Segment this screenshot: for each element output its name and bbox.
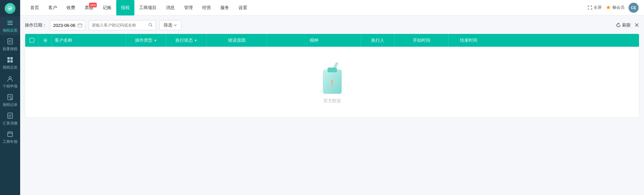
topnav-right: 全屏 畅会员 CE — [588, 3, 639, 13]
table-header: 客户名称 操作类型 ▼ 执行状态 ▼ 错误原因 税种 — [25, 34, 639, 47]
svg-point-8 — [9, 76, 11, 79]
search-icon — [148, 23, 153, 27]
empty-text: 暂无数据 — [324, 98, 341, 104]
svg-rect-19 — [328, 68, 337, 72]
column-settings-icon — [43, 38, 48, 43]
settings-icon — [7, 20, 13, 27]
sidebar-item-label: 批量报税 — [3, 47, 17, 51]
nav-item-piaoju[interactable]: 票据 new — [80, 0, 98, 15]
th-exec-status: 执行状态 ▼ — [166, 34, 207, 47]
search-button[interactable] — [145, 23, 156, 28]
nav-item-xiaoxi[interactable]: 消息 — [161, 0, 179, 15]
svg-rect-11 — [8, 113, 12, 118]
member-button[interactable]: 畅会员 — [606, 5, 625, 10]
svg-rect-7 — [10, 60, 13, 63]
search-box — [89, 20, 156, 30]
sidebar-item-label: 汇算清缴 — [3, 121, 17, 125]
sidebar-item-baoshui-zonglaan[interactable]: 报税总览 — [0, 54, 20, 72]
close-button[interactable]: ✕ — [634, 22, 639, 29]
svg-point-10 — [10, 98, 12, 100]
logo-icon — [5, 3, 15, 14]
svg-rect-6 — [7, 60, 10, 63]
svg-rect-12 — [8, 132, 12, 136]
fullscreen-icon — [588, 5, 592, 10]
annual-report-icon — [7, 131, 13, 139]
th-customer-name: 客户名称 — [52, 34, 126, 47]
empty-illustration: ! — [315, 60, 349, 94]
overview-icon — [7, 56, 13, 64]
records-icon — [7, 94, 13, 102]
toolbar-right: 刷新 ✕ — [616, 22, 639, 29]
th-settings[interactable] — [39, 34, 52, 47]
sidebar-item-label: 报税总览 — [3, 65, 17, 70]
personal-tax-icon — [7, 75, 13, 83]
sidebar-item-label: 工商年报 — [3, 140, 17, 144]
user-avatar[interactable]: CE — [629, 3, 639, 13]
sidebar-item-geshuishenben[interactable]: 个税申报 — [0, 73, 20, 91]
svg-point-15 — [45, 40, 46, 41]
sidebar-item-huisuan-jiaoshu[interactable]: 汇算清缴 — [0, 110, 20, 128]
filter-button[interactable]: 筛选 — [159, 20, 181, 30]
svg-rect-2 — [7, 24, 13, 25]
search-input[interactable] — [89, 22, 145, 29]
toolbar: 操作日期： 2023-06-06 — [25, 20, 639, 30]
th-end-time: 结束时间 — [448, 34, 489, 47]
svg-rect-13 — [78, 24, 82, 27]
empty-state: ! 暂无数据 — [25, 47, 639, 117]
refresh-icon — [616, 23, 621, 28]
sidebar-item-label: 报税记录 — [3, 103, 17, 107]
data-table: 客户名称 操作类型 ▼ 执行状态 ▼ 错误原因 税种 — [25, 34, 639, 118]
sidebar-item-piliang-baoshui[interactable]: 批量报税 — [0, 35, 20, 54]
nav-item-fuwu[interactable]: 服务 — [216, 0, 234, 15]
chevron-down-icon — [174, 24, 177, 27]
top-navigation: 首页 客户 收费 票据 new 记账 报税 工商项目 消息 — [20, 0, 644, 15]
svg-rect-0 — [7, 21, 13, 22]
nav-item-gongshang[interactable]: 工商项目 — [134, 0, 161, 15]
member-icon — [606, 5, 611, 10]
select-all-checkbox[interactable] — [30, 38, 34, 43]
nav-item-baoshui[interactable]: 报税 — [116, 0, 134, 15]
batch-tax-icon — [7, 38, 13, 46]
nav-item-jizhang[interactable]: 记账 — [98, 0, 116, 15]
th-checkbox[interactable] — [25, 34, 39, 47]
content-area: 操作日期： 2023-06-06 — [20, 15, 644, 195]
page-content: 操作日期： 2023-06-06 — [20, 15, 644, 195]
settlement-icon — [7, 112, 13, 120]
th-error-reason: 错误原因 — [207, 34, 267, 47]
date-picker[interactable]: 2023-06-06 — [50, 20, 85, 30]
nav-item-shoufei[interactable]: 收费 — [62, 0, 80, 15]
th-start-time: 开始时间 — [395, 34, 448, 47]
date-label: 操作日期： — [25, 22, 47, 28]
svg-rect-4 — [7, 57, 10, 60]
th-tax-type: 税种 — [267, 34, 361, 47]
sidebar-item-baoshui-shezhi[interactable]: 报税设置 — [0, 17, 20, 35]
nav-item-guanli[interactable]: 管理 — [179, 0, 198, 15]
sidebar-item-baoshui-jilu[interactable]: 报税记录 — [0, 91, 20, 110]
nav-item-home[interactable]: 首页 — [26, 0, 44, 15]
svg-rect-1 — [7, 23, 13, 23]
nav-item-shezhi[interactable]: 设置 — [234, 0, 252, 15]
sidebar-item-label: 个税申报 — [3, 84, 17, 88]
empty-clipboard-image: ! — [315, 60, 349, 97]
refresh-button[interactable]: 刷新 — [616, 22, 631, 28]
th-executor: 执行人 — [361, 34, 395, 47]
filter-arrow-icon: ▼ — [154, 39, 157, 42]
logo — [0, 0, 20, 17]
nav-items: 首页 客户 收费 票据 new 记账 报税 工商项目 消息 — [26, 0, 588, 15]
sidebar-item-gongshang-nianbao[interactable]: 工商年报 — [0, 128, 20, 147]
nav-item-customer[interactable]: 客户 — [44, 0, 62, 15]
fullscreen-button[interactable]: 全屏 — [588, 5, 602, 10]
sidebar-item-label: 报税设置 — [3, 28, 17, 33]
th-operation-type: 操作类型 ▼ — [126, 34, 166, 47]
svg-text:!: ! — [331, 78, 334, 88]
main-area: 首页 客户 收费 票据 new 记账 报税 工商项目 消息 — [20, 0, 644, 195]
calendar-icon — [78, 23, 82, 28]
svg-rect-5 — [10, 57, 13, 60]
filter-arrow-icon: ▼ — [194, 39, 198, 42]
date-value: 2023-06-06 — [53, 23, 76, 28]
new-badge: new — [89, 3, 97, 7]
sidebar: 报税设置 批量报税 报税总览 个税申报 — [0, 0, 20, 195]
nav-item-jingying[interactable]: 经营 — [198, 0, 216, 15]
